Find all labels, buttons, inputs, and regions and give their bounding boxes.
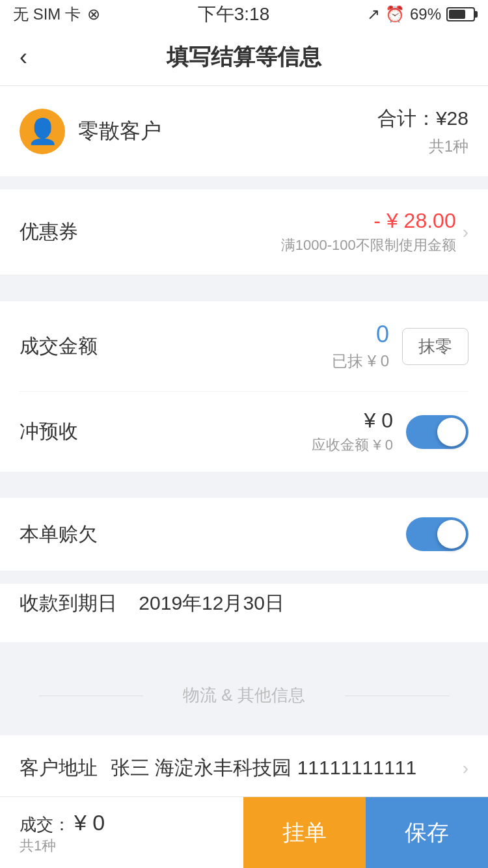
carrier-text: 无 SIM 卡 [13,4,81,25]
coupon-right: - ¥ 28.00 满1000-100不限制使用金额 › [281,209,468,255]
save-button[interactable]: 保存 [366,797,488,869]
prepay-right: ¥ 0 应收金额 ¥ 0 [312,409,468,455]
due-date-value: 2019年12月30日 [139,592,284,614]
bottom-deal-row: 成交： ¥ 0 [20,810,224,836]
due-date-label: 收款到期日 2019年12月30日 [20,592,284,614]
due-date-row: 收款到期日 2019年12月30日 [0,584,488,642]
deal-label: 成交： [20,813,70,836]
prepay-row: 冲预收 ¥ 0 应收金额 ¥ 0 [0,392,488,472]
section-separator-4 [0,722,488,735]
alarm-icon: ⏰ [385,5,405,23]
status-right: ↗ ⏰ 69% [367,5,475,23]
transaction-label: 成交金额 [20,333,98,360]
prepay-section: 冲预收 ¥ 0 应收金额 ¥ 0 [0,392,488,472]
section-separator-1 [0,288,488,301]
customer-name: 零散客户 [78,117,161,146]
customer-row: 👤 零散客户 合计：¥28 共1种 [0,86,488,176]
coupon-desc: 满1000-100不限制使用金额 [281,236,456,255]
total-count: 共1种 [377,136,468,157]
address-chevron-icon: › [463,758,468,779]
back-button[interactable]: ‹ [20,44,27,71]
credit-toggle[interactable] [406,517,468,551]
location-icon: ↗ [367,5,380,23]
section-separator-2 [0,485,488,498]
content-area: 👤 零散客户 合计：¥28 共1种 优惠券 - ¥ 28.00 满1000-10… [0,86,488,868]
address-row[interactable]: 客户地址 张三 海淀永丰科技园 11111111111 › [0,735,488,801]
coupon-section: 优惠券 - ¥ 28.00 满1000-100不限制使用金额 › [0,189,488,275]
due-label-text: 收款到期日 [20,592,117,614]
deal-value: ¥ 0 [74,810,105,835]
bottom-summary: 成交： ¥ 0 共1种 [0,810,243,856]
address-label: 客户地址 [20,755,98,781]
section-separator-3 [0,655,488,668]
bottom-bar: 成交： ¥ 0 共1种 挂单 保存 [0,796,488,868]
status-time: 下午3:18 [198,2,270,27]
transaction-amount-row: 成交金额 0 已抹 ¥ 0 抹零 [20,301,468,392]
total-label: 合计：¥28 [377,105,468,132]
logistics-divider: 物流 & 其他信息 [0,668,488,722]
prepay-label: 冲预收 [20,418,78,445]
credit-row: 本单赊欠 [20,498,468,571]
toggle-knob [437,418,466,446]
logistics-label: 物流 & 其他信息 [183,685,305,705]
status-left: 无 SIM 卡 ⊗ [13,4,100,25]
credit-toggle-knob [437,520,466,549]
credit-label: 本单赊欠 [20,521,98,548]
transaction-sub: 已抹 ¥ 0 [332,351,389,372]
coupon-info: - ¥ 28.00 满1000-100不限制使用金额 [281,209,456,255]
amount-section: 成交金额 0 已抹 ¥ 0 抹零 [0,301,488,392]
pending-button[interactable]: 挂单 [243,797,366,869]
customer-info: 👤 零散客户 [20,109,161,154]
prepay-value: ¥ 0 [312,409,393,433]
amount-value-wrap: 0 已抹 ¥ 0 [332,321,389,372]
address-value: 张三 海淀永丰科技园 11111111111 [111,755,463,781]
deal-count: 共1种 [20,836,224,856]
prepay-amount: ¥ 0 应收金额 ¥ 0 [312,409,393,455]
prepay-sub: 应收金额 ¥ 0 [312,435,393,455]
battery-text: 69% [410,5,441,23]
credit-section: 本单赊欠 [0,498,488,571]
transaction-right: 0 已抹 ¥ 0 抹零 [332,321,468,372]
page-title: 填写结算等信息 [167,42,321,72]
coupon-discount: - ¥ 28.00 [281,209,456,233]
round-zero-button[interactable]: 抹零 [402,328,468,365]
nav-bar: ‹ 填写结算等信息 [0,29,488,86]
coupon-row[interactable]: 优惠券 - ¥ 28.00 满1000-100不限制使用金额 › [0,189,488,275]
battery-icon [446,7,475,21]
avatar: 👤 [20,109,65,154]
prepay-toggle[interactable] [406,415,468,449]
transaction-value: 0 [332,321,389,348]
chevron-right-icon: › [463,222,468,243]
customer-total: 合计：¥28 共1种 [377,105,468,157]
coupon-label: 优惠券 [20,219,78,245]
wifi-icon: ⊗ [87,5,100,23]
status-bar: 无 SIM 卡 ⊗ 下午3:18 ↗ ⏰ 69% [0,0,488,29]
